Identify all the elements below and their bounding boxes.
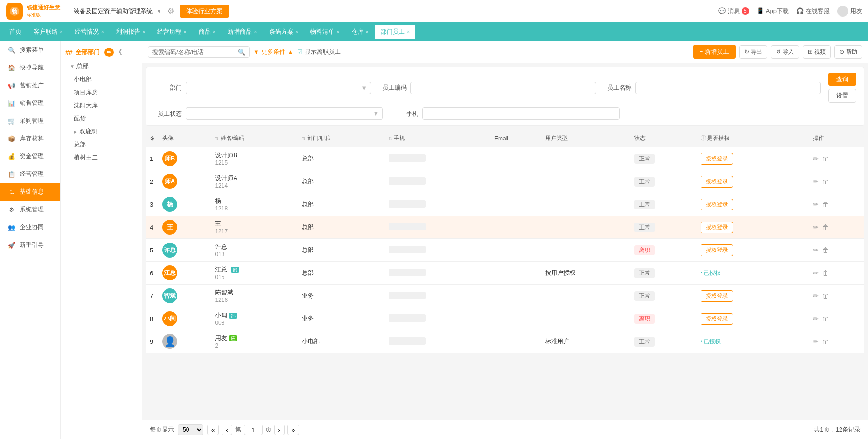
tab-goods[interactable]: 商品× bbox=[193, 25, 221, 39]
filter-dept-select[interactable]: ▼ bbox=[186, 82, 371, 94]
sidebar-item-collab[interactable]: 👥 企业协同 bbox=[0, 218, 60, 236]
delete-icon[interactable]: 🗑 bbox=[822, 223, 829, 231]
system-name-chevron[interactable]: ▼ bbox=[156, 8, 162, 14]
tab-biz[interactable]: 经营情况× bbox=[69, 25, 109, 39]
edit-icon[interactable]: ✏ bbox=[813, 338, 819, 345]
tab-goods-close[interactable]: × bbox=[213, 29, 215, 35]
filter-empname-input[interactable] bbox=[635, 82, 821, 94]
edit-icon[interactable]: ✏ bbox=[813, 155, 819, 162]
delete-icon[interactable]: 🗑 bbox=[822, 315, 829, 322]
delete-icon[interactable]: 🗑 bbox=[822, 246, 829, 254]
tab-history[interactable]: 经营历程× bbox=[152, 25, 192, 39]
tab-biz-close[interactable]: × bbox=[101, 29, 104, 35]
dept-node-project-storage[interactable]: 项目库房 bbox=[61, 86, 142, 99]
tab-newgoods-close[interactable]: × bbox=[254, 29, 257, 35]
sidebar-item-finance[interactable]: 💰 资金管理 bbox=[0, 147, 60, 165]
tab-profit-close[interactable]: × bbox=[142, 29, 145, 35]
delete-icon[interactable]: 🗑 bbox=[822, 201, 829, 208]
filter-status-select[interactable]: ▼ bbox=[186, 107, 383, 120]
more-filter-button[interactable]: ▼ 更多条件 ▲ bbox=[253, 48, 293, 56]
dept-node-shuanglu[interactable]: ▶ 双鹿想 bbox=[61, 125, 142, 138]
export-button[interactable]: ↻ 导出 bbox=[739, 45, 767, 59]
sidebar-item-business[interactable]: 📋 经营管理 bbox=[0, 165, 60, 183]
first-page-button[interactable]: « bbox=[207, 425, 219, 435]
view-button[interactable]: ⊞ 视频 bbox=[803, 45, 831, 59]
tab-employee-close[interactable]: × bbox=[407, 29, 410, 35]
tab-employee[interactable]: 部门员工× bbox=[375, 25, 415, 39]
sidebar-item-marketing[interactable]: 📢 营销推广 bbox=[0, 77, 60, 94]
edit-icon[interactable]: ✏ bbox=[813, 246, 819, 254]
edit-icon[interactable]: ✏ bbox=[813, 315, 819, 322]
col-name[interactable]: ⇅ 姓名/编码 bbox=[211, 130, 298, 147]
help-button[interactable]: ⊙ 帮助 bbox=[834, 45, 862, 59]
import-button[interactable]: ↺ 导入 bbox=[771, 45, 799, 59]
tab-home[interactable]: 首页 bbox=[4, 25, 27, 39]
sidebar-item-inventory[interactable]: 📦 库存核算 bbox=[0, 130, 60, 147]
dept-node-hq2[interactable]: 总部 bbox=[61, 138, 142, 151]
edit-icon[interactable]: ✏ bbox=[813, 269, 819, 277]
auth-button[interactable]: 授权登录 bbox=[701, 199, 733, 210]
auth-button[interactable]: 授权登录 bbox=[701, 176, 733, 188]
delete-icon[interactable]: 🗑 bbox=[822, 292, 829, 300]
tab-customer-close[interactable]: × bbox=[60, 29, 62, 35]
tab-barcode[interactable]: 条码方案× bbox=[264, 25, 304, 39]
dept-node-headquarters[interactable]: ▼ 总部 bbox=[61, 60, 142, 73]
sidebar-item-guide[interactable]: 🚀 新手引导 bbox=[0, 236, 60, 254]
filter-empcode-input[interactable] bbox=[410, 82, 596, 94]
dept-node-distribution[interactable]: 配货 bbox=[61, 112, 142, 125]
delete-icon[interactable]: 🗑 bbox=[822, 338, 829, 345]
tab-customer[interactable]: 客户联络× bbox=[28, 25, 68, 39]
col-phone[interactable]: ⇅ 手机 bbox=[385, 130, 491, 147]
trial-button[interactable]: 体验行业方案 bbox=[180, 5, 229, 18]
dept-node-small-electric[interactable]: 小电部 bbox=[61, 73, 142, 86]
last-page-button[interactable]: » bbox=[287, 425, 299, 435]
next-page-button[interactable]: › bbox=[274, 425, 285, 435]
auth-button[interactable]: 授权登录 bbox=[701, 290, 733, 302]
prev-page-button[interactable]: ‹ bbox=[222, 425, 232, 435]
query-button[interactable]: 查询 bbox=[828, 73, 856, 86]
tab-history-close[interactable]: × bbox=[183, 29, 186, 35]
page-input[interactable] bbox=[244, 425, 263, 435]
delete-icon[interactable]: 🗑 bbox=[822, 178, 829, 185]
page-size-select[interactable]: 50 100 bbox=[178, 424, 203, 435]
sidebar-item-nav[interactable]: 🏠 快捷导航 bbox=[0, 59, 60, 77]
dept-node-shenyang[interactable]: 沈阳大库 bbox=[61, 99, 142, 112]
message-button[interactable]: 💬 消息 5 bbox=[718, 7, 749, 15]
sidebar-item-purchase[interactable]: 🛒 采购管理 bbox=[0, 112, 60, 130]
dept-edit-icon[interactable]: ✏ bbox=[104, 48, 114, 57]
filter-phone-input[interactable] bbox=[422, 107, 619, 120]
online-service-button[interactable]: 🎧 在线客服 bbox=[796, 7, 830, 15]
tab-barcode-close[interactable]: × bbox=[295, 29, 298, 35]
sidebar-item-system[interactable]: ⚙ 系统管理 bbox=[0, 201, 60, 218]
add-employee-button[interactable]: + 新增员工 bbox=[693, 45, 736, 59]
app-download-button[interactable]: 📱 App下载 bbox=[757, 7, 789, 15]
sidebar-item-search[interactable]: 🔍 搜索菜单 bbox=[0, 41, 60, 59]
delete-icon[interactable]: 🗑 bbox=[822, 269, 829, 277]
settings-button[interactable]: ⚙ bbox=[166, 5, 176, 17]
auth-button[interactable]: 授权登录 bbox=[701, 313, 733, 325]
auth-button[interactable]: 授权登录 bbox=[701, 222, 733, 233]
tab-profit[interactable]: 利润报告× bbox=[111, 25, 151, 39]
tab-warehouse[interactable]: 仓库× bbox=[346, 25, 374, 39]
col-dept[interactable]: ⇅ 部门/职位 bbox=[298, 130, 385, 147]
delete-icon[interactable]: 🗑 bbox=[822, 155, 829, 162]
tab-newgoods[interactable]: 新增商品× bbox=[222, 25, 262, 39]
search-input-wrap[interactable]: 🔍 bbox=[148, 46, 250, 58]
tab-bom[interactable]: 物料清单× bbox=[305, 25, 345, 39]
sidebar-item-basic[interactable]: 🗂 基础信息 bbox=[0, 183, 60, 201]
edit-icon[interactable]: ✏ bbox=[813, 223, 819, 231]
auth-button[interactable]: 授权登录 bbox=[701, 244, 733, 256]
reset-button[interactable]: 设置 bbox=[828, 89, 856, 103]
search-input[interactable] bbox=[152, 49, 236, 56]
tab-warehouse-close[interactable]: × bbox=[366, 29, 368, 35]
sidebar-item-sales[interactable]: 📊 销售管理 bbox=[0, 94, 60, 112]
edit-icon[interactable]: ✏ bbox=[813, 178, 819, 185]
show-resign-checkbox[interactable]: ☑ 显示离职员工 bbox=[297, 48, 341, 56]
edit-icon[interactable]: ✏ bbox=[813, 292, 819, 300]
col-settings[interactable]: ⚙ bbox=[146, 130, 159, 147]
dept-node-plant[interactable]: 植树王二 bbox=[61, 151, 142, 164]
edit-icon[interactable]: ✏ bbox=[813, 201, 819, 208]
auth-button[interactable]: 授权登录 bbox=[701, 153, 733, 165]
user-button[interactable]: 用友 bbox=[837, 6, 862, 17]
dept-collapse-icon[interactable]: 《 bbox=[116, 48, 122, 56]
